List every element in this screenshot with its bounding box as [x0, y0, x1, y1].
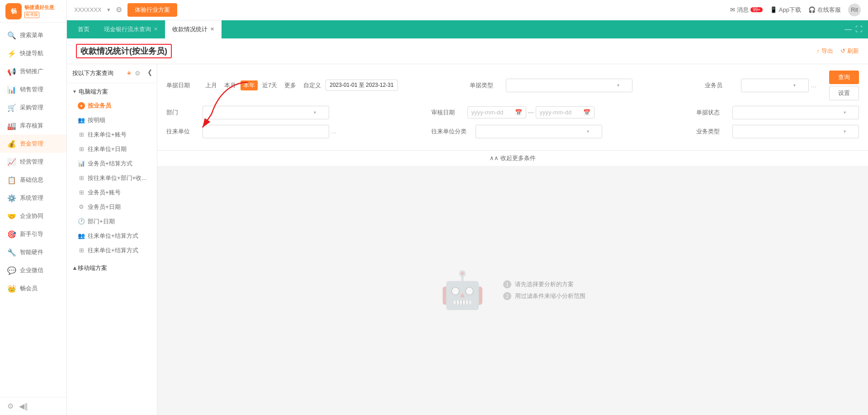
- refresh-icon: ↺: [840, 47, 845, 54]
- sidebar-settings-icon[interactable]: ⚙: [7, 402, 14, 410]
- sidebar-item-hardware[interactable]: 🔧 智能硬件: [0, 243, 66, 261]
- partner-more-icon[interactable]: …: [331, 128, 337, 135]
- scheme-item-salesman-account[interactable]: ⊞ 业务员+账号: [67, 185, 157, 200]
- scheme-item-unit-date[interactable]: ⊞ 往来单位+日期: [67, 142, 157, 156]
- scheme-item-unit-settle1[interactable]: 👥 往来单位+结算方式: [67, 229, 157, 243]
- date-this-month[interactable]: 本月: [222, 80, 239, 90]
- category-arrow-icon: ▾: [587, 129, 589, 134]
- sidebar-item-guide[interactable]: 🎯 新手引导: [0, 225, 66, 243]
- setting-button[interactable]: 设置: [829, 86, 859, 100]
- sidebar-item-sales[interactable]: 📊 销售管理: [0, 80, 66, 99]
- voucher-status-select[interactable]: ▾: [732, 106, 859, 119]
- tab-maximize-icon[interactable]: ⛶: [855, 25, 863, 33]
- breadcrumb-dropdown-icon[interactable]: ▾: [107, 6, 110, 13]
- operation-icon: 📈: [7, 157, 16, 166]
- scheme-item-unit-dept[interactable]: ⊞ 按往来单位+部门+收...: [67, 171, 157, 185]
- tab-minimize-icon[interactable]: —: [844, 25, 852, 33]
- audit-date-from[interactable]: yyyy-mm-dd 📅: [467, 106, 526, 118]
- query-button[interactable]: 查询: [829, 71, 859, 84]
- message-icon: ✉: [730, 6, 735, 13]
- finance-icon: 💰: [7, 139, 16, 148]
- calendar-from-icon: 📅: [515, 109, 522, 116]
- filter-row-2: 部门 ▾ 审核日期 yyyy-mm-dd 📅 —: [166, 106, 859, 119]
- partner-select[interactable]: [203, 125, 329, 138]
- salesman-more-icon[interactable]: …: [811, 82, 816, 89]
- sidebar: 畅 畅捷通好生意 标准版 🔍 搜索菜单 ⚡ 快捷导航 📢 营销推广 📊 销售管理…: [0, 0, 67, 415]
- refresh-button[interactable]: ↺ 刷新: [840, 47, 859, 55]
- people-icon-2: 👥: [78, 232, 85, 240]
- voucher-type-select[interactable]: ▾: [506, 79, 632, 92]
- sidebar-item-operation[interactable]: 📈 经营管理: [0, 153, 66, 171]
- collapse-button[interactable]: ∧∧ 收起更多条件: [490, 154, 536, 162]
- dept-select[interactable]: ▾: [203, 106, 329, 119]
- sidebar-item-finance[interactable]: 💰 资金管理: [0, 135, 66, 153]
- mobile-group-header[interactable]: ▶ 移动端方案: [67, 261, 157, 275]
- tab-bank[interactable]: 现金银行流水查询 ✕: [97, 20, 165, 38]
- right-panel: 单据日期 上月 本月 本年 近7天 更多 自定义 2023-01-01 至 20…: [157, 64, 868, 415]
- tab-collection-close[interactable]: ✕: [210, 26, 214, 32]
- date-custom[interactable]: 自定义: [301, 80, 324, 90]
- scheme-settings-icon[interactable]: ⚙: [135, 70, 141, 77]
- query-buttons: 查询 设置: [829, 71, 859, 100]
- system-icon: ⚙️: [7, 193, 16, 203]
- online-service-button[interactable]: 🎧 在线客服: [808, 6, 841, 14]
- date-last-month[interactable]: 上月: [203, 80, 220, 90]
- scheme-item-salesman-date[interactable]: ⚙ 业务员+日期: [67, 200, 157, 214]
- sidebar-collapse-icon[interactable]: ◀‖: [19, 402, 28, 410]
- sidebar-nav: 🔍 搜索菜单 ⚡ 快捷导航 📢 营销推广 📊 销售管理 🛒 采购管理 🏭 库存核…: [0, 23, 66, 397]
- date-label: 单据日期: [166, 81, 193, 90]
- date-more[interactable]: 更多: [282, 80, 299, 90]
- tab-home[interactable]: 首页: [71, 25, 97, 33]
- grid-icon-3: ⊞: [78, 174, 85, 182]
- sidebar-item-label: 搜索菜单: [20, 31, 43, 39]
- sidebar-item-member[interactable]: 👑 畅会员: [0, 279, 66, 297]
- sidebar-item-basic[interactable]: 📋 基础信息: [0, 171, 66, 189]
- date-shortcuts: 上月 本月 本年 近7天 更多 自定义 2023-01-01 至 2023-12…: [203, 80, 398, 91]
- user-avatar[interactable]: Rit: [848, 4, 861, 16]
- mobile-arrow-icon: ▶: [72, 266, 77, 270]
- partner-category-select[interactable]: ▾: [476, 125, 602, 138]
- header-gear-icon[interactable]: ⚙: [116, 5, 122, 14]
- sidebar-item-system[interactable]: ⚙️ 系统管理: [0, 189, 66, 207]
- salesman-select[interactable]: ▾: [741, 79, 809, 92]
- date-7days[interactable]: 近7天: [259, 80, 280, 90]
- sidebar-item-warehouse[interactable]: 🏭 库存核算: [0, 117, 66, 135]
- guide-icon: 🎯: [7, 230, 16, 239]
- panel-collapse-icon[interactable]: 《: [144, 69, 151, 78]
- audit-date-group: yyyy-mm-dd 📅 — yyyy-mm-dd 📅: [467, 106, 594, 118]
- sidebar-item-purchase[interactable]: 🛒 采购管理: [0, 99, 66, 117]
- trial-button[interactable]: 体验行业方案: [127, 3, 177, 17]
- filter-section: 单据日期 上月 本月 本年 近7天 更多 自定义 2023-01-01 至 20…: [157, 64, 868, 166]
- salesman-input-group: ▾ …: [741, 79, 816, 92]
- voucher-status-label: 单据状态: [696, 108, 723, 117]
- scheme-item-detail[interactable]: 👥 按明细: [67, 113, 157, 127]
- dept-label: 部门: [166, 108, 193, 117]
- header-actions: ✉ 消息 99+ 📱 App下载 🎧 在线客服 Rit: [730, 4, 861, 16]
- empty-tip-2: 2 用过滤条件来缩小分析范围: [503, 292, 585, 300]
- desktop-group-header[interactable]: ▼ 电脑端方案: [67, 85, 157, 99]
- dept-arrow-icon: ▾: [314, 110, 316, 115]
- sidebar-item-marketing[interactable]: 📢 营销推广: [0, 62, 66, 80]
- sidebar-item-search[interactable]: 🔍 搜索菜单: [0, 26, 66, 44]
- scheme-item-unit-settle2[interactable]: ⊞ 往来单位+结算方式: [67, 243, 157, 258]
- sidebar-item-enterprise[interactable]: 🤝 企业协同: [0, 207, 66, 225]
- sidebar-item-shortcut[interactable]: ⚡ 快捷导航: [0, 44, 66, 62]
- scheme-item-unit-account[interactable]: ⊞ 往来单位+账号: [67, 127, 157, 142]
- tab-bank-close[interactable]: ✕: [154, 26, 158, 32]
- message-button[interactable]: ✉ 消息 99+: [730, 6, 763, 14]
- scheme-item-salesman-settle[interactable]: 📊 业务员+结算方式: [67, 156, 157, 171]
- scheme-item-salesman[interactable]: ● 按业务员: [67, 99, 157, 113]
- partner-category-label: 往来单位分类: [431, 127, 467, 136]
- scheme-item-dept-date[interactable]: 🕐 部门+日期: [67, 214, 157, 229]
- app-download-button[interactable]: 📱 App下载: [770, 6, 801, 14]
- date-this-year[interactable]: 本年: [241, 80, 258, 90]
- content-body: 按以下方案查询 + ⚙ 《 ▼ 电脑端方案 ● 按业务员 👥: [67, 64, 868, 415]
- app-logo-icon: 畅: [5, 3, 22, 19]
- sidebar-item-wechat[interactable]: 💬 企业微信: [0, 261, 66, 279]
- audit-date-to[interactable]: yyyy-mm-dd 📅: [536, 106, 594, 118]
- export-button[interactable]: ↑ 导出: [817, 47, 834, 55]
- add-scheme-icon[interactable]: +: [127, 69, 131, 77]
- grid-icon-5: ⊞: [78, 247, 85, 254]
- biz-type-select[interactable]: ▾: [732, 125, 859, 138]
- tab-collection[interactable]: 收款情况统计 ✕: [165, 20, 222, 38]
